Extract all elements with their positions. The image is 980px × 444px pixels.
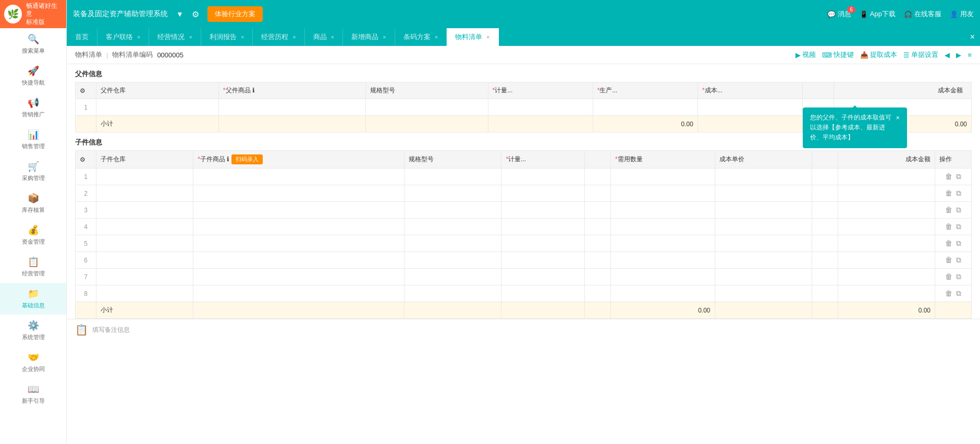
child-row-4-warehouse[interactable] (96, 219, 193, 235)
action-video[interactable]: ▶ 视频 (795, 50, 816, 59)
tooltip-close[interactable]: × (896, 113, 900, 124)
child-row-8-copy[interactable]: ⧉ (956, 289, 961, 297)
tab-barcode-close[interactable]: × (435, 34, 438, 40)
child-row-1-needed[interactable] (610, 169, 715, 185)
tab-bom-close[interactable]: × (486, 34, 489, 40)
note-icon[interactable]: 📋 (75, 323, 88, 336)
trial-button[interactable]: 体验行业方案 (207, 6, 263, 22)
child-row-3-needed[interactable] (610, 202, 715, 219)
child-row-1-product[interactable] (193, 169, 405, 185)
child-row-5-warehouse[interactable] (96, 235, 193, 252)
child-row-6-unit[interactable] (501, 252, 585, 269)
child-row-8-warehouse[interactable] (96, 285, 193, 302)
child-row-1-copy[interactable]: ⧉ (956, 172, 961, 181)
tab-bom[interactable]: 物料清单 × (447, 28, 498, 46)
action-settings[interactable]: ☰ 单据设置 (903, 50, 938, 59)
action-shortcut[interactable]: ⌨ 快捷键 (822, 50, 854, 59)
parent-row-1-product[interactable] (218, 99, 365, 116)
nav-prev[interactable]: ◀ (945, 51, 950, 59)
tab-history[interactable]: 经营历程 × (253, 28, 304, 46)
tab-profit-close[interactable]: × (241, 34, 244, 40)
tab-goods-close[interactable]: × (331, 34, 334, 40)
parent-row-1-cost[interactable] (697, 99, 802, 116)
child-row-8-unit[interactable] (501, 285, 585, 302)
child-row-5-unit[interactable] (501, 235, 585, 252)
tab-operation-status-close[interactable]: × (189, 34, 192, 40)
scan-btn[interactable]: 扫码录入 (231, 154, 263, 164)
child-row-2-needed[interactable] (610, 185, 715, 202)
tab-profit[interactable]: 利润报告 × (201, 28, 253, 46)
sidebar-item-search[interactable]: 🔍 搜索菜单 (0, 28, 66, 60)
child-row-5-unit-price[interactable] (715, 235, 812, 252)
child-row-1-warehouse[interactable] (96, 169, 193, 185)
sidebar-item-inventory[interactable]: 📦 库存核算 (0, 187, 66, 219)
tab-home[interactable]: 首页 (67, 28, 97, 46)
sidebar-item-system[interactable]: ⚙️ 系统管理 (0, 315, 66, 346)
sidebar-item-sales[interactable]: 📊 销售管理 (0, 124, 66, 155)
sidebar-item-guide[interactable]: 📖 新手引导 (0, 378, 66, 410)
tab-new-goods[interactable]: 新增商品 × (343, 28, 395, 46)
child-row-6-needed[interactable] (610, 252, 715, 269)
tab-barcode[interactable]: 条码方案 × (395, 28, 447, 46)
child-row-3-product[interactable] (193, 202, 405, 219)
menu-icon[interactable]: ≡ (967, 51, 972, 59)
child-row-6-copy[interactable]: ⧉ (956, 256, 961, 264)
action-cost[interactable]: 📥 提取成本 (860, 50, 897, 59)
child-row-7-needed[interactable] (610, 269, 715, 285)
child-row-2-unit-price[interactable] (715, 185, 812, 202)
user-item[interactable]: 👤 用友 (950, 9, 974, 19)
child-row-3-unit[interactable] (501, 202, 585, 219)
child-row-2-unit[interactable] (501, 185, 585, 202)
child-row-4-unit[interactable] (501, 219, 585, 235)
child-row-7-warehouse[interactable] (96, 269, 193, 285)
child-row-7-copy[interactable]: ⧉ (956, 272, 961, 281)
system-dropdown[interactable]: ▼ (176, 10, 183, 18)
child-row-5-delete[interactable]: 🗑 (945, 239, 952, 247)
child-row-5-spec[interactable] (405, 235, 501, 252)
child-row-4-needed[interactable] (610, 219, 715, 235)
child-row-2-spec[interactable] (405, 185, 501, 202)
sidebar-item-finance[interactable]: 💰 资金管理 (0, 219, 66, 251)
online-service-item[interactable]: 🎧 在线客服 (904, 9, 941, 19)
child-row-4-product[interactable] (193, 219, 405, 235)
message-item[interactable]: 💬 消息 6 (827, 9, 851, 19)
child-row-6-unit-price[interactable] (715, 252, 812, 269)
child-row-4-spec[interactable] (405, 219, 501, 235)
child-row-7-unit[interactable] (501, 269, 585, 285)
child-row-2-warehouse[interactable] (96, 185, 193, 202)
child-row-7-spec[interactable] (405, 269, 501, 285)
tab-customer[interactable]: 客户联络 × (97, 28, 149, 46)
child-row-4-delete[interactable]: 🗑 (945, 222, 952, 231)
child-row-1-delete[interactable]: 🗑 (945, 172, 952, 181)
child-row-6-product[interactable] (193, 252, 405, 269)
sidebar-item-marketing[interactable]: 📢 营销推广 (0, 92, 66, 124)
child-row-2-delete[interactable]: 🗑 (945, 189, 952, 197)
tab-operation-status[interactable]: 经营情况 × (149, 28, 201, 46)
child-row-5-needed[interactable] (610, 235, 715, 252)
child-row-4-copy[interactable]: ⧉ (956, 222, 961, 231)
child-col-settings[interactable]: ⚙ (76, 151, 96, 169)
sidebar-item-basic[interactable]: 📁 基础信息 (0, 283, 66, 315)
tab-new-goods-close[interactable]: × (383, 34, 386, 40)
sidebar-item-operation[interactable]: 📋 经营管理 (0, 251, 66, 283)
child-row-5-product[interactable] (193, 235, 405, 252)
gear-icon[interactable]: ⚙ (192, 9, 199, 19)
parent-row-1-produce[interactable] (593, 99, 697, 116)
child-row-7-unit-price[interactable] (715, 269, 812, 285)
child-row-3-spec[interactable] (405, 202, 501, 219)
app-download-item[interactable]: 📱 App下载 (860, 9, 896, 19)
tab-goods[interactable]: 商品 × (305, 28, 343, 46)
parent-row-1-spec[interactable] (365, 99, 488, 116)
child-row-1-unit[interactable] (501, 169, 585, 185)
child-row-1-unit-price[interactable] (715, 169, 812, 185)
nav-next[interactable]: ▶ (956, 51, 961, 59)
tab-customer-close[interactable]: × (137, 34, 140, 40)
child-row-3-warehouse[interactable] (96, 202, 193, 219)
child-row-8-delete[interactable]: 🗑 (945, 289, 952, 297)
child-row-4-unit-price[interactable] (715, 219, 812, 235)
child-row-1-spec[interactable] (405, 169, 501, 185)
child-row-8-spec[interactable] (405, 285, 501, 302)
tab-history-close[interactable]: × (292, 34, 296, 40)
child-row-8-unit-price[interactable] (715, 285, 812, 302)
child-row-7-product[interactable] (193, 269, 405, 285)
